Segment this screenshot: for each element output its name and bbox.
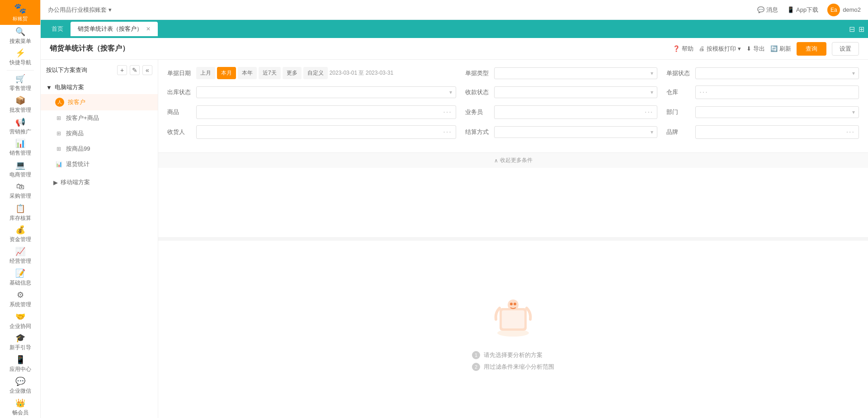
mobile-group-label: 移动端方案 <box>61 178 90 186</box>
customer-product-scheme-icon: ⊞ <box>55 114 62 122</box>
brand-select[interactable]: ··· <box>695 125 859 139</box>
sidebar-item-newbie[interactable]: 🎓 新手引导 <box>0 332 41 353</box>
tip-text-2: 用过滤条件来缩小分析范围 <box>484 363 554 371</box>
ecommerce-icon: 💻 <box>15 160 25 170</box>
payment-select[interactable]: ▾ <box>494 86 658 98</box>
dept-select[interactable]: ▾ <box>695 106 859 118</box>
page-content: 销货单统计表（按客户） ❓ 帮助 🖨 按模板打印 ▾ ⬇ 导出 🔄 刷新 <box>41 38 868 418</box>
setting-button[interactable]: 设置 <box>832 42 859 56</box>
collapse-bar[interactable]: ∧ 收起更多条件 <box>158 152 868 168</box>
scheme-item-by-product[interactable]: ⊞ 按商品 <box>41 126 158 141</box>
scheme-item-by-customer[interactable]: 人 按客户 <box>41 94 158 110</box>
doc-status-select[interactable]: ▾ <box>695 67 859 79</box>
app-logo[interactable]: 🐾 标账贸 <box>0 0 41 25</box>
sidebar-item-inventory[interactable]: 📋 库存核算 <box>0 202 41 223</box>
filter-item-date: 单据日期 上月 本月 本年 近7天 更多 自定义 2023-03-01 至 20… <box>167 67 456 79</box>
refresh-button[interactable]: 🔄 刷新 <box>770 45 791 53</box>
doc-type-select[interactable]: ▾ <box>494 67 658 79</box>
page-title: 销货单统计表（按客户） <box>50 44 129 53</box>
warehouse-dots: ··· <box>699 88 708 96</box>
warehouse-select[interactable]: ··· <box>695 86 859 99</box>
filter-item-dept: 部门 ▾ <box>666 106 859 118</box>
date-control: 上月 本月 本年 近7天 更多 自定义 2023-03-01 至 2023-03… <box>196 67 456 79</box>
account-name: 办公用品行业模拟账套 <box>48 6 107 14</box>
inventory-icon: 📋 <box>15 204 25 214</box>
scheme-add-button[interactable]: + <box>117 65 127 75</box>
tip-text-1: 请先选择要分析的方案 <box>484 351 542 359</box>
system-icon: ⚙ <box>17 290 24 300</box>
date-btn-last-month[interactable]: 上月 <box>196 67 215 79</box>
product99-scheme-icon: ⊞ <box>55 145 62 152</box>
date-btn-this-month[interactable]: 本月 <box>217 67 236 79</box>
date-btn-7days[interactable]: 近7天 <box>259 67 281 79</box>
date-btn-this-year[interactable]: 本年 <box>238 67 257 79</box>
sidebar-item-label: 营销推广 <box>9 128 31 136</box>
logo-text: 标账贸 <box>13 15 28 22</box>
sidebar-item-wholesale[interactable]: 📦 批发管理 <box>0 94 41 115</box>
product-select[interactable]: ··· <box>196 105 456 119</box>
account-selector[interactable]: 办公用品行业模拟账套 ▾ <box>48 6 112 14</box>
tab-close-icon[interactable]: ✕ <box>146 26 151 32</box>
message-button[interactable]: 💬 消息 <box>757 6 778 14</box>
sidebar-item-search-menu[interactable]: 🔍 搜索菜单 <box>0 25 41 47</box>
sidebar-item-label: 企业微信 <box>9 387 31 395</box>
user-area[interactable]: Ea demo2 <box>827 4 861 16</box>
help-button[interactable]: ❓ 帮助 <box>673 45 693 53</box>
app-download-button[interactable]: 📱 App下载 <box>787 6 818 14</box>
scheme-header: 按以下方案查询 + ✎ « <box>41 60 158 79</box>
date-btn-more[interactable]: 更多 <box>283 67 302 79</box>
sidebar-item-ecommerce[interactable]: 💻 电商管理 <box>0 159 41 180</box>
sidebar-item-label: 资金管理 <box>9 236 31 243</box>
scheme-item-by-product-99[interactable]: ⊞ 按商品99 <box>41 141 158 157</box>
scheme-panel-title: 按以下方案查询 <box>46 66 87 74</box>
scheme-item-label: 按商品 <box>66 129 84 138</box>
tab-minimize-icon[interactable]: ⊟ <box>849 25 855 33</box>
print-button[interactable]: 🖨 按模板打印 ▾ <box>699 45 741 53</box>
scheme-edit-button[interactable]: ✎ <box>130 65 140 75</box>
stock-out-arrow-icon: ▾ <box>449 89 452 95</box>
sidebar-item-member[interactable]: 👑 畅会员 <box>0 396 41 418</box>
salesperson-select[interactable]: ··· <box>494 105 658 119</box>
tab-home[interactable]: 首页 <box>44 22 71 36</box>
filter-row-4: 收货人 ··· 结算方式 ▾ <box>167 125 859 139</box>
app-download-icon: 📱 <box>787 6 794 13</box>
product-label: 商品 <box>167 108 193 116</box>
avatar[interactable]: Ea <box>827 4 840 16</box>
scheme-collapse-button[interactable]: « <box>142 65 152 75</box>
filter-row-2: 出库状态 ▾ 收款状态 ▾ <box>167 86 859 99</box>
tab-sales-stat[interactable]: 销货单统计表（按客户） ✕ <box>71 22 158 36</box>
print-dropdown-icon: ▾ <box>738 45 741 52</box>
sidebar-item-basic-info[interactable]: 📝 基础信息 <box>0 267 41 289</box>
sidebar-item-operation[interactable]: 📈 经营管理 <box>0 245 41 267</box>
doc-type-arrow-icon: ▾ <box>651 70 653 76</box>
recipient-select[interactable]: ··· <box>196 125 456 139</box>
sidebar-item-finance[interactable]: 💰 资金管理 <box>0 223 41 245</box>
sidebar-item-system[interactable]: ⚙ 系统管理 <box>0 288 41 310</box>
marketing-icon: 📢 <box>15 117 25 127</box>
warehouse-label: 仓库 <box>666 88 692 96</box>
sidebar-item-purchase[interactable]: 🛍 采购管理 <box>0 180 41 202</box>
filter-item-warehouse: 仓库 ··· <box>666 86 859 99</box>
tab-maximize-icon[interactable]: ⊞ <box>859 25 864 33</box>
sidebar-item-retail[interactable]: 🛒 零售管理 <box>0 72 41 94</box>
sidebar-item-enterprise-wechat[interactable]: 💬 企业微信 <box>0 375 41 397</box>
scheme-group-mobile-title[interactable]: ▶ 移动端方案 <box>41 176 158 189</box>
sidebar-item-enterprise[interactable]: 🤝 企业协同 <box>0 310 41 332</box>
scheme-item-by-customer-product[interactable]: ⊞ 按客户+商品 <box>41 110 158 126</box>
sidebar-item-quick-nav[interactable]: ⚡ 快捷导航 <box>0 47 41 68</box>
settlement-select[interactable]: ▾ <box>494 126 658 138</box>
sidebar-item-sales[interactable]: 📊 销售管理 <box>0 137 41 159</box>
sidebar-item-marketing[interactable]: 📢 营销推广 <box>0 115 41 137</box>
query-button[interactable]: 查询 <box>797 42 826 56</box>
sidebar-item-app-center[interactable]: 📱 应用中心 <box>0 353 41 375</box>
scheme-group-mobile: ▶ 移动端方案 <box>41 174 158 191</box>
scheme-group-desktop-title[interactable]: ▼ 电脑端方案 <box>41 81 158 94</box>
scheme-item-return-stat[interactable]: 📊 退货统计 <box>41 157 158 172</box>
sidebar-item-label: 企业协同 <box>9 323 31 330</box>
page-main: 单据日期 上月 本月 本年 近7天 更多 自定义 2023-03-01 至 20… <box>158 60 868 418</box>
stock-out-select[interactable]: ▾ <box>196 86 456 98</box>
quick-nav-icon: ⚡ <box>15 48 25 58</box>
export-button[interactable]: ⬇ 导出 <box>746 45 765 53</box>
dept-label: 部门 <box>666 108 692 116</box>
date-btn-custom[interactable]: 自定义 <box>303 67 328 79</box>
